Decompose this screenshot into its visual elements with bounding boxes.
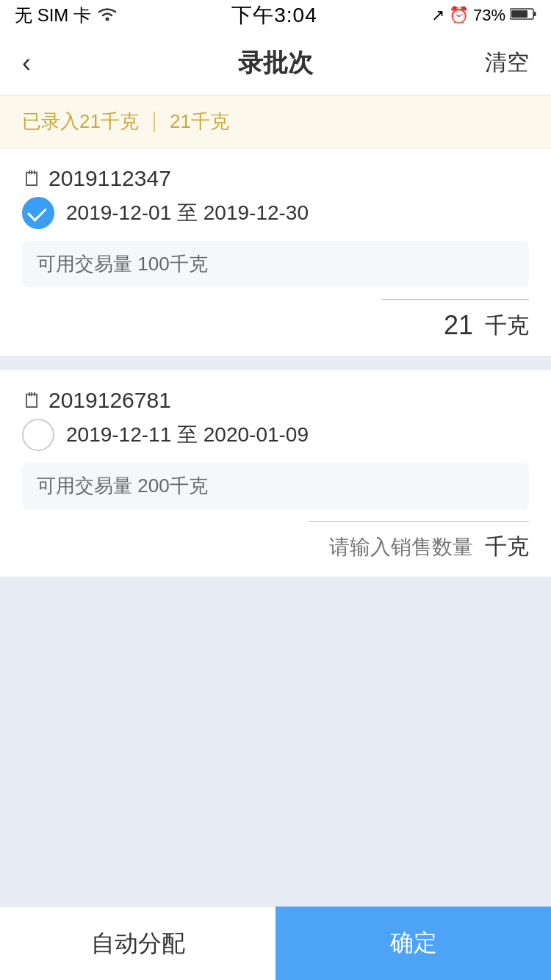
carrier-text: 无 SIM 卡 (15, 4, 91, 27)
status-time: 下午3:04 (231, 1, 317, 29)
bottom-bar: 自动分配 确定 (0, 907, 551, 980)
radio-checked-1[interactable] (22, 197, 54, 229)
batch-id-1: 2019112347 (48, 166, 171, 191)
auto-distribute-button[interactable]: 自动分配 (0, 907, 276, 980)
wifi-icon (97, 5, 118, 26)
svg-rect-3 (511, 10, 527, 18)
svg-rect-2 (534, 12, 536, 16)
section-separator (0, 356, 551, 370)
battery-icon (510, 6, 536, 25)
batch-date-row-2[interactable]: 2019-12-11 至 2020-01-09 (0, 419, 551, 457)
amount-value-1: 21 (444, 310, 473, 341)
location-icon: ↗ (431, 6, 444, 25)
battery-percent: 73% (473, 6, 505, 25)
batch-icon-1: 🗒 (22, 167, 43, 191)
quantity-input-2[interactable] (267, 536, 473, 559)
batch-id-2: 2019126781 (48, 388, 171, 413)
info-banner: 已录入21千克 21千克 (0, 96, 551, 148)
batch-item-1: 🗒 2019112347 2019-12-01 至 2019-12-30 可用交… (0, 148, 551, 356)
batch-date-2: 2019-12-11 至 2020-01-09 (66, 421, 309, 449)
amount-unit-1: 千克 (485, 311, 529, 341)
input-unit-2: 千克 (485, 532, 529, 562)
batch-date-1: 2019-12-01 至 2019-12-30 (66, 199, 309, 227)
batch-avail-2: 可用交易量 200千克 (22, 463, 529, 509)
status-bar: 无 SIM 卡 下午3:04 ↗ ⏰ 73% (0, 0, 551, 31)
batch-avail-1: 可用交易量 100千克 (22, 241, 529, 287)
batch-header-1: 🗒 2019112347 (0, 148, 551, 197)
back-button[interactable]: ‹ (22, 48, 66, 79)
main-content: 已录入21千克 21千克 🗒 2019112347 2019-12-01 至 2… (0, 96, 551, 907)
confirm-button[interactable]: 确定 (276, 907, 551, 980)
alarm-icon: ⏰ (449, 6, 469, 25)
batch-item-2: 🗒 2019126781 2019-12-11 至 2020-01-09 可用交… (0, 370, 551, 577)
banner-divider (154, 112, 155, 132)
batch-amount-row-1: 21 千克 (0, 303, 551, 356)
svg-point-0 (106, 18, 109, 21)
nav-bar: ‹ 录批次 清空 (0, 31, 551, 96)
status-left: 无 SIM 卡 (15, 4, 118, 27)
batch-date-row-1[interactable]: 2019-12-01 至 2019-12-30 (0, 197, 551, 235)
recorded-label: 已录入21千克 (22, 109, 139, 134)
radio-unchecked-2[interactable] (22, 419, 54, 451)
empty-area (0, 577, 551, 907)
status-right: ↗ ⏰ 73% (431, 6, 536, 25)
batch-header-2: 🗒 2019126781 (0, 370, 551, 419)
clear-button[interactable]: 清空 (485, 48, 529, 78)
batch-icon-2: 🗒 (22, 389, 43, 413)
recorded-value: 21千克 (170, 109, 229, 134)
page-title: 录批次 (238, 46, 313, 80)
input-row-2[interactable]: 千克 (0, 525, 551, 577)
